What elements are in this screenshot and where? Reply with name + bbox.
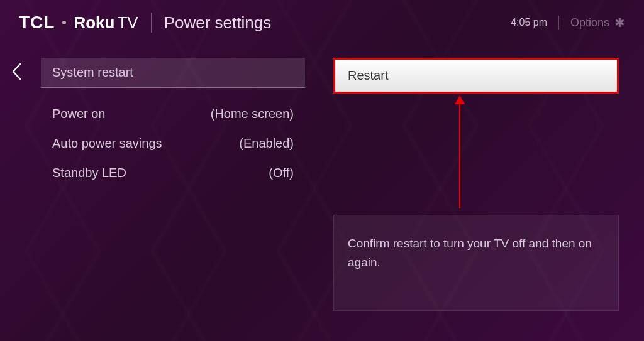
- settings-menu: System restart Power on (Home screen) Au…: [41, 58, 305, 188]
- brand-roku: Roku: [74, 13, 114, 32]
- asterisk-icon: ✱: [614, 15, 625, 30]
- help-panel: Confirm restart to turn your TV off and …: [333, 215, 619, 311]
- menu-item-value: (Off): [269, 166, 294, 180]
- menu-item-value: (Home screen): [211, 107, 294, 121]
- brand-tcl: TCL: [19, 13, 55, 33]
- annotation-arrow: [459, 95, 460, 208]
- menu-item-label: Power on: [52, 107, 106, 121]
- restart-button-label: Restart: [348, 68, 388, 82]
- content-area: System restart Power on (Home screen) Au…: [0, 39, 644, 188]
- brand-tv: TV: [117, 13, 138, 32]
- menu-item-power-on[interactable]: Power on (Home screen): [41, 99, 305, 129]
- arrow-line: [459, 103, 460, 208]
- restart-button[interactable]: Restart: [333, 58, 619, 94]
- menu-item-label: System restart: [52, 65, 133, 80]
- header-right: 4:05 pm Options ✱: [511, 15, 625, 30]
- header-right-divider: [558, 16, 559, 30]
- header-divider: [151, 13, 152, 33]
- menu-item-label: Standby LED: [52, 166, 126, 180]
- detail-panel: Restart Confirm restart to turn your TV …: [333, 58, 619, 188]
- menu-item-auto-power-savings[interactable]: Auto power savings (Enabled): [41, 129, 305, 158]
- options-label: Options: [570, 16, 609, 30]
- menu-item-value: (Enabled): [239, 136, 294, 151]
- header: TCL RokuTV Power settings 4:05 pm Option…: [0, 0, 644, 39]
- brand-separator-dot: [62, 21, 66, 24]
- page-title: Power settings: [164, 13, 272, 33]
- menu-item-label: Auto power savings: [52, 136, 162, 151]
- brand-logo: TCL RokuTV: [19, 13, 138, 33]
- options-button[interactable]: Options ✱: [570, 15, 625, 30]
- menu-item-standby-led[interactable]: Standby LED (Off): [41, 158, 305, 188]
- clock-time: 4:05 pm: [511, 17, 547, 28]
- back-icon[interactable]: [11, 63, 21, 85]
- chevron-left-icon: [11, 63, 21, 80]
- menu-item-system-restart[interactable]: System restart: [41, 58, 305, 88]
- help-text: Confirm restart to turn your TV off and …: [348, 237, 592, 269]
- menu-gap: [41, 88, 305, 99]
